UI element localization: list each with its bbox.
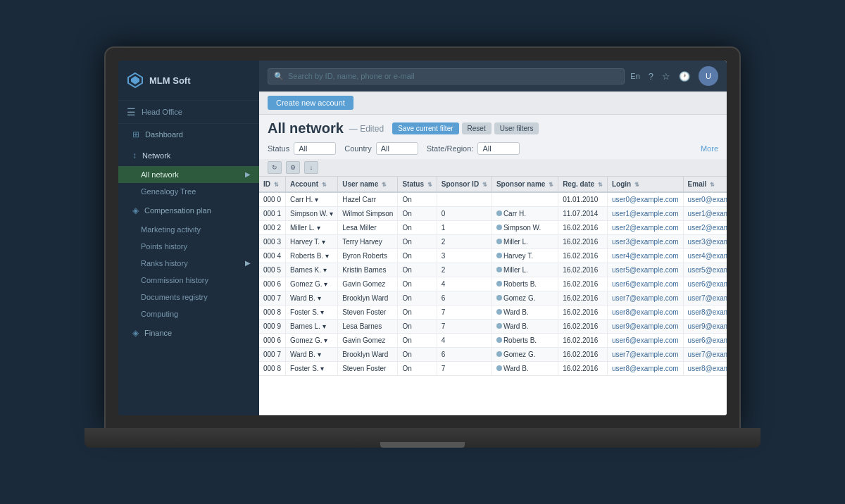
status-filter-label: Status <box>268 144 289 153</box>
search-input[interactable] <box>288 72 618 80</box>
sidebar-item-finance[interactable]: ◈ Finance <box>118 322 259 344</box>
cell-account[interactable]: Foster S. ▾ <box>286 362 338 376</box>
cell-account[interactable]: Harvey T. ▾ <box>286 235 338 249</box>
user-avatar[interactable]: U <box>699 66 718 86</box>
user-filters-button[interactable]: User filters <box>494 122 539 134</box>
cell-account[interactable]: Roberts B. ▾ <box>286 249 338 263</box>
table-row[interactable]: 000 6 Gomez G. ▾ Gavin Gomez On 4 Robert… <box>259 334 727 348</box>
table-header-row: ID ⇅ Account ⇅ User name ⇅ Status ⇅ Spon… <box>259 177 727 192</box>
search-box[interactable]: 🔍 <box>268 68 625 84</box>
cell-account[interactable]: Simpson W. ▾ <box>286 207 338 221</box>
country-filter-select[interactable]: All <box>376 142 418 155</box>
cell-sponsor-id: 7 <box>437 362 492 376</box>
table-row[interactable]: 000 1 Simpson W. ▾ Wilmot Simpson On 0 C… <box>259 207 727 221</box>
table-row[interactable]: 000 4 Roberts B. ▾ Byron Roberts On 3 Ha… <box>259 249 727 263</box>
table-row[interactable]: 000 5 Barnes K. ▾ Kristin Barnes On 2 Mi… <box>259 263 727 277</box>
hamburger-icon: ☰ <box>127 106 136 118</box>
col-header-sponsor-name[interactable]: Sponsor name ⇅ <box>492 177 558 192</box>
cell-account[interactable]: Ward B. ▾ <box>286 348 338 362</box>
sidebar-item-computing[interactable]: Computing <box>118 305 259 322</box>
data-table-wrapper: ID ⇅ Account ⇅ User name ⇅ Status ⇅ Spon… <box>259 177 727 415</box>
col-header-status[interactable]: Status ⇅ <box>398 177 437 192</box>
cell-account[interactable]: Miller L. ▾ <box>286 221 338 235</box>
help-icon[interactable]: ? <box>649 71 653 82</box>
star-icon[interactable]: ☆ <box>662 71 670 82</box>
cell-username: Hazel Carr <box>338 192 398 207</box>
sidebar-item-genealogy-tree[interactable]: Genealogy Tree <box>118 183 259 200</box>
cell-account[interactable]: Barnes L. ▾ <box>286 320 338 334</box>
accounts-table: ID ⇅ Account ⇅ User name ⇅ Status ⇅ Spon… <box>259 177 727 376</box>
network-icon: ↕ <box>132 151 137 160</box>
table-row[interactable]: 000 2 Miller L. ▾ Lesa Miller On 1 Simps… <box>259 221 727 235</box>
cell-id: 000 0 <box>259 192 286 207</box>
col-header-account[interactable]: Account ⇅ <box>286 177 338 192</box>
cell-sponsor-id: 0 <box>437 207 492 221</box>
table-row[interactable]: 000 3 Harvey T. ▾ Terry Harvey On 2 Mill… <box>259 235 727 249</box>
col-header-id[interactable]: ID ⇅ <box>259 177 286 192</box>
cell-status: On <box>398 320 437 334</box>
cell-sponsor-id <box>437 192 492 207</box>
cell-account[interactable]: Gomez G. ▾ <box>286 277 338 291</box>
col-header-email[interactable]: Email ⇅ <box>683 177 727 192</box>
col-header-sponsor-id[interactable]: Sponsor ID ⇅ <box>437 177 492 192</box>
create-account-button[interactable]: Create new account <box>268 96 353 110</box>
cell-status: On <box>398 291 437 305</box>
sidebar-item-marketing-activity[interactable]: Marketing activity <box>118 221 259 238</box>
download-button[interactable]: ↓ <box>304 161 318 174</box>
cell-login: user1@example.com <box>607 207 683 221</box>
language-selector[interactable]: En <box>630 72 639 80</box>
sidebar-item-compensation-plan[interactable]: ◈ Compensation plan <box>118 200 259 221</box>
sidebar-item-points-history[interactable]: Points history <box>118 238 259 255</box>
cell-username: Steven Foster <box>338 362 398 376</box>
cell-login: user6@example.com <box>607 334 683 348</box>
sidebar-item-dashboard[interactable]: ⊞ Dashboard <box>118 124 259 145</box>
top-bar-icons: En ? ☆ 🕐 U <box>630 66 718 86</box>
table-row[interactable]: 000 8 Foster S. ▾ Steven Foster On 7 War… <box>259 305 727 320</box>
sidebar-item-network[interactable]: ↕ Network <box>118 145 259 166</box>
cell-account[interactable]: Carr H. ▾ <box>286 192 338 207</box>
cell-email: user4@example.com <box>683 249 727 263</box>
clock-icon[interactable]: 🕐 <box>679 71 690 82</box>
sidebar-item-all-network[interactable]: All network ▶ <box>118 166 259 183</box>
cell-email: user8@example.com <box>683 305 727 320</box>
cell-email: user8@example.com <box>683 362 727 376</box>
table-row[interactable]: 000 9 Barnes L. ▾ Lesa Barnes On 7 Ward … <box>259 320 727 334</box>
settings-button[interactable]: ⚙ <box>286 161 300 174</box>
cell-status: On <box>398 348 437 362</box>
office-label: Head Office <box>142 108 182 116</box>
cell-account[interactable]: Barnes K. ▾ <box>286 263 338 277</box>
cell-account[interactable]: Ward B. ▾ <box>286 291 338 305</box>
sidebar-dashboard-label: Dashboard <box>145 130 183 139</box>
table-row[interactable]: 000 0 Carr H. ▾ Hazel Carr On 01.01.2010… <box>259 192 727 207</box>
cell-account[interactable]: Gomez G. ▾ <box>286 334 338 348</box>
col-header-login[interactable]: Login ⇅ <box>607 177 683 192</box>
refresh-button[interactable]: ↻ <box>268 161 282 174</box>
search-icon: 🔍 <box>274 72 284 81</box>
cell-id: 000 1 <box>259 207 286 221</box>
save-filter-button[interactable]: Save current filter <box>392 122 458 134</box>
cell-sponsor-name: Simpson W. <box>492 221 558 235</box>
col-header-username[interactable]: User name ⇅ <box>338 177 398 192</box>
cell-sponsor-id: 4 <box>437 334 492 348</box>
table-row[interactable]: 000 7 Ward B. ▾ Brooklyn Ward On 6 Gomez… <box>259 348 727 362</box>
cell-email: user0@example.com <box>683 192 727 207</box>
table-row[interactable]: 000 6 Gomez G. ▾ Gavin Gomez On 4 Robert… <box>259 277 727 291</box>
sidebar-item-documents-registry[interactable]: Documents registry <box>118 289 259 305</box>
sidebar-item-commission-history[interactable]: Commission history <box>118 272 259 289</box>
cell-username: Terry Harvey <box>338 235 398 249</box>
table-row[interactable]: 000 8 Foster S. ▾ Steven Foster On 7 War… <box>259 362 727 376</box>
col-header-reg-date[interactable]: Reg. date ⇅ <box>558 177 608 192</box>
sidebar-item-ranks-history[interactable]: Ranks history ▶ <box>118 255 259 272</box>
status-filter-select[interactable]: All <box>294 142 336 155</box>
cell-sponsor-id: 7 <box>437 320 492 334</box>
more-filters-link[interactable]: More <box>701 144 718 153</box>
cell-status: On <box>398 235 437 249</box>
office-selector[interactable]: ☰ Head Office <box>118 101 259 124</box>
cell-account[interactable]: Foster S. ▾ <box>286 305 338 320</box>
reset-button[interactable]: Reset <box>462 122 492 134</box>
header-buttons: Save current filter Reset User filters <box>392 122 539 134</box>
state-filter-select[interactable]: All <box>477 142 520 155</box>
cell-username: Lesa Miller <box>338 221 398 235</box>
cell-status: On <box>398 207 437 221</box>
table-row[interactable]: 000 7 Ward B. ▾ Brooklyn Ward On 6 Gomez… <box>259 291 727 305</box>
